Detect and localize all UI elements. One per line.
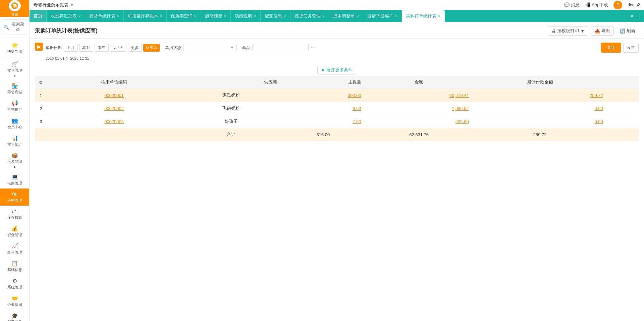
tab-yaohuo[interactable]: 要货单统计表 ✕ — [85, 10, 124, 22]
row-code: 00020002 — [47, 102, 181, 115]
sidebar-item-guide[interactable]: 🎓 新手引导 — [0, 310, 29, 321]
sidebar-item-member[interactable]: 👥 会员中心 — [0, 115, 29, 132]
sidebar-item-retail-stat[interactable]: 📊 零售统计 — [0, 132, 29, 150]
expand-more-button[interactable]: ▼ 展开更多条件 — [317, 66, 357, 74]
settings-button[interactable]: 设置 — [623, 43, 639, 53]
row-amount: 1,586.52 — [365, 102, 473, 115]
export-button[interactable]: 📤 导出 — [591, 26, 614, 36]
search-section: 🔍 搜索菜单 — [0, 17, 29, 38]
topbar: 母婴行业演示账表 ▼ 💬 消息 📲 App下载 E demo2 — [30, 0, 644, 10]
print-icon: 🖨 — [551, 29, 556, 34]
page-header-actions: 🖨 按模板打印 ▼ 📤 导出 🔄 刷新 — [548, 26, 639, 36]
close-tab-shoufaX-icon[interactable]: ✕ — [78, 14, 81, 18]
sidebar-item-marketing[interactable]: 📢 营销推广 — [0, 97, 29, 115]
row-no: 3 — [35, 115, 47, 128]
print-button[interactable]: 🖨 按模板打印 ▼ — [548, 26, 588, 36]
tab-peizhi[interactable]: 配置信息 ✕ — [261, 10, 290, 22]
col-code: 往来单位编码 — [47, 76, 181, 89]
col-settings-icon[interactable]: ⚙ — [35, 76, 47, 89]
filter-date-quick-btns: 上月 本月 本年 近7天 更多 自定义 — [64, 44, 160, 52]
table-row: 2 00020002 飞鹤奶粉 6.00 1,586.52 0.00 — [35, 102, 639, 115]
row-no: 1 — [35, 89, 47, 102]
close-tab-peizhi-icon[interactable]: ✕ — [283, 14, 286, 18]
svg-text:畅: 畅 — [12, 3, 17, 8]
row-extra — [607, 89, 639, 102]
filter-goods-more-icon[interactable]: ··· — [311, 45, 315, 51]
row-supplier: 好孩子 — [181, 115, 281, 128]
filter-date-label: 单据日期 — [46, 45, 62, 51]
close-tab-keyongliang-icon[interactable]: ✕ — [160, 14, 162, 18]
sidebar-item-retail[interactable]: 🛒 零售管理 ▲ — [0, 58, 29, 80]
tabs-expand-icon[interactable]: ⛶ — [637, 13, 641, 19]
tab-chengben[interactable]: 成本调整单 ✕ — [329, 10, 363, 22]
sidebar-item-base[interactable]: 📋 基础信息 — [0, 258, 29, 275]
tab-caigou[interactable]: 采购订单统计表 ✕ — [402, 10, 445, 22]
sidebar-item-system[interactable]: ⚙ 系统管理 — [0, 275, 29, 292]
expand-more-icon: ▼ — [321, 68, 325, 73]
nav-tabs: 首页 收发存汇总表 ✕ 要货单统计表 ✕ 可用量库存账本 ✕ 保质期查询 ✕ 超… — [30, 10, 644, 22]
tab-chaochuyujing[interactable]: 超储预警 ✕ — [201, 10, 231, 22]
footer-empty-1 — [35, 128, 47, 141]
tab-yaoqing[interactable]: 邀请下游客户 ✕ — [363, 10, 402, 22]
workspace-selector[interactable]: 母婴行业演示账表 ▼ — [34, 2, 561, 8]
user-name[interactable]: demo2 — [628, 3, 640, 7]
sidebar-item-stock[interactable]: 🗃 库存核算 — [0, 206, 29, 223]
row-qty: 7.00 — [281, 115, 365, 128]
export-icon: 📤 — [595, 29, 600, 34]
close-tab-caigou-icon[interactable]: ✕ — [438, 14, 440, 18]
footer-paid: 259.72 — [473, 128, 607, 141]
table-container: ⚙ 往来单位编码 供应商 主数量 金额 累计付款金额 1 00020001 惠氏… — [30, 76, 644, 141]
sidebar-item-batch[interactable]: 📦 批发管理 ▲ — [0, 150, 29, 171]
filter-this-month-btn[interactable]: 本月 — [79, 44, 93, 52]
sidebar: 畅 标题 🔍 搜索菜单 ⭐ 快捷导航 🛒 零售管理 ▲ 🏪 零售商城 📢 营销推… — [0, 0, 30, 321]
filter-goods-item: 商品 ··· — [242, 44, 315, 51]
user-initial: E — [616, 2, 620, 7]
filter-collapse-button[interactable]: ▶ — [35, 43, 43, 51]
message-button[interactable]: 💬 消息 — [564, 2, 580, 8]
sidebar-item-operation[interactable]: 📈 经营管理 — [0, 240, 29, 258]
row-extra — [607, 115, 639, 128]
sidebar-item-enterprise[interactable]: 🤝 企业协同 — [0, 292, 29, 310]
tab-baoyuqi[interactable]: 保质期查询 ✕ — [167, 10, 201, 22]
tab-home[interactable]: 首页 — [30, 10, 47, 22]
app-download-button[interactable]: 📲 App下载 — [585, 2, 608, 8]
filter-status-select[interactable] — [183, 44, 237, 51]
tab-pahuo[interactable]: 拣货任务管理 ✕ — [290, 10, 329, 22]
close-tab-gongneng-icon[interactable]: ✕ — [254, 14, 256, 18]
tab-keyongliang[interactable]: 可用量库存账本 ✕ — [124, 10, 167, 22]
refresh-button[interactable]: 🔄 刷新 — [616, 26, 639, 35]
filter-this-year-btn[interactable]: 本年 — [95, 44, 109, 52]
close-tab-baoyuqi-icon[interactable]: ✕ — [194, 14, 197, 18]
logo-icon: 畅 — [9, 0, 21, 11]
filter-last-month-btn[interactable]: 上月 — [64, 44, 78, 52]
tab-gongneng[interactable]: 功能说明 ✕ — [231, 10, 261, 22]
row-paid: 0.00 — [473, 115, 607, 128]
filter-goods-input[interactable] — [252, 44, 309, 51]
filter-row-1: 单据日期 上月 本月 本年 近7天 更多 自定义 单据状态 — [46, 43, 639, 53]
row-paid: 259.72 — [473, 89, 607, 102]
filter-7days-btn[interactable]: 近7天 — [110, 44, 126, 52]
sidebar-item-capital[interactable]: 💰 资金管理 — [0, 223, 29, 240]
search-menu-button[interactable]: 🔍 搜索菜单 — [2, 19, 27, 35]
footer-qty: 316.00 — [281, 128, 365, 141]
logo-text: 标题 — [11, 12, 18, 17]
quick-nav-item[interactable]: ⭐ 快捷导航 — [0, 39, 29, 57]
close-tab-yaohuo-icon[interactable]: ✕ — [117, 14, 119, 18]
tabs-close-all-icon[interactable]: ✕ — [630, 13, 634, 19]
sidebar-item-purchase[interactable]: 🛍 采购管理 — [0, 189, 29, 206]
query-button[interactable]: 查询 — [601, 43, 621, 53]
close-tab-yaoqing-icon[interactable]: ✕ — [395, 14, 397, 18]
page-header: 采购订单统计表(按供应商) 🖨 按模板打印 ▼ 📤 导出 🔄 刷新 — [30, 22, 644, 39]
close-tab-chengben-icon[interactable]: ✕ — [356, 14, 359, 18]
sidebar-item-ecommerce[interactable]: 💻 电商管理 — [0, 171, 29, 189]
sidebar-item-retail-shop[interactable]: 🏪 零售商城 — [0, 80, 29, 97]
user-avatar[interactable]: E — [613, 1, 622, 9]
tab-shoufaX[interactable]: 收发存汇总表 ✕ — [47, 10, 85, 22]
app-logo[interactable]: 畅 标题 — [0, 0, 29, 17]
row-qty: 6.00 — [281, 102, 365, 115]
close-tab-chaochuyujing-icon[interactable]: ✕ — [224, 14, 226, 18]
filter-custom-badge: 自定义 — [143, 44, 160, 52]
close-tab-pahuo-icon[interactable]: ✕ — [322, 14, 325, 18]
filter-more-btn[interactable]: 更多 — [128, 44, 142, 52]
table-row: 1 00020001 惠氏奶粉 303.00 60,519.44 259.72 — [35, 89, 639, 102]
